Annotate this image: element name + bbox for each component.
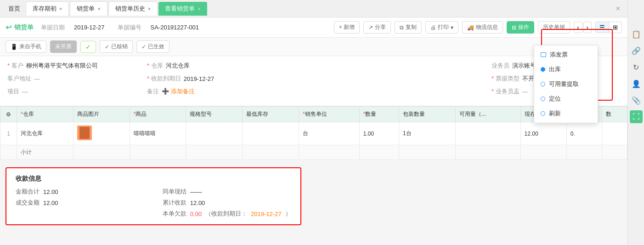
grid-view-button[interactable]: ⊞ <box>609 22 621 33</box>
print-button[interactable]: 🖨 打印 ▾ <box>425 21 458 34</box>
address-field: 客户地址 — <box>7 74 136 83</box>
sidebar-sync-icon[interactable]: ↻ <box>630 61 643 74</box>
history-button[interactable]: 历史单据 <box>538 21 570 34</box>
effective-icon: ✓ <box>141 44 146 50</box>
product-thumbnail <box>77 125 92 140</box>
refresh-icon <box>541 111 545 116</box>
product-col-header: *商品 <box>130 107 186 122</box>
prev-arrow[interactable]: ‹ <box>574 22 582 33</box>
add-invoice-icon <box>541 52 546 57</box>
min-stock-col-header: 最低库存 <box>243 107 299 122</box>
sales-order-icon: ↩ <box>6 23 11 32</box>
payment-section: 收款信息 金额合计 12.00 同单现结 —— 成交金额 12.00 累计收款 … <box>6 167 301 225</box>
pack-col-header: 包装数量 <box>399 107 456 122</box>
settings-col-header[interactable]: ⚙ <box>0 107 17 122</box>
doc-meta: 单据日期 2019-12-27 单据编号 SA-20191227-001 <box>41 23 199 32</box>
out-warehouse-item[interactable]: 出库 <box>534 62 598 77</box>
payment-deal-row: 成交金额 12.00 <box>16 199 144 207</box>
out-warehouse-icon <box>541 67 545 72</box>
table-row: 1 河北仓库 嘻嘻嘻嘻 台 1.00 1台 12.00 0. <box>0 122 627 145</box>
payment-date-field: * 收款到期日 2019-12-27 <box>147 74 276 83</box>
verify-icon: ✓ <box>105 44 109 50</box>
payment-title: 收款信息 <box>16 175 291 183</box>
spec-col-header: 规格型号 <box>186 107 243 122</box>
close-tab-sales-icon[interactable]: × <box>97 6 100 11</box>
not-open-button[interactable]: 未开票 <box>50 40 77 53</box>
doc-title: ↩ 销货单 <box>6 23 34 32</box>
sidebar-link-icon[interactable]: 🔗 <box>630 44 643 57</box>
row-min-stock <box>243 122 299 145</box>
tab-inventory[interactable]: 库存期初 × <box>26 1 69 16</box>
image-col-header: 商品图片 <box>73 107 130 122</box>
sidebar-user-icon[interactable]: 👤 <box>630 77 643 90</box>
close-tab-history-icon[interactable]: × <box>148 6 151 11</box>
check-mark-icon: ✓ <box>85 43 91 51</box>
doc-header: ↩ 销货单 单据日期 2019-12-27 单据编号 SA-20191227-0… <box>0 17 627 38</box>
logistics-button[interactable]: 🚚 物流信息 <box>462 21 503 34</box>
operate-dropdown: 添发票 出库 可用量提取 定位 刷新 <box>534 45 598 123</box>
verified-button[interactable]: ✓ 已核销 <box>100 40 133 53</box>
from-phone-button[interactable]: 📱 来自手机 <box>6 40 46 53</box>
amount-col-header: 数 <box>602 107 627 122</box>
tab-home[interactable]: 首页 <box>4 2 25 16</box>
copy-button[interactable]: ⧉ 复制 <box>395 21 422 34</box>
form-row-2: 客户地址 — * 收款到期日 2019-12-27 * 票据类型 不开票 <box>7 74 620 83</box>
operate-button[interactable]: ⊞ 操作 <box>507 21 534 34</box>
available-qty-icon <box>541 82 545 86</box>
payment-section-wrap: 收款信息 金额合计 12.00 同单现结 —— 成交金额 12.00 累计收款 … <box>0 160 627 233</box>
payment-same-order-row: 同单现结 —— <box>163 188 291 196</box>
customer-field: * 客户 柳州粤港平安气体有限公司 <box>7 62 136 70</box>
subtotal-label: 小计 <box>17 145 73 160</box>
nav-arrows: ‹ › <box>574 22 592 33</box>
row-price: 0. <box>566 122 602 145</box>
right-sidebar: 📋 🔗 ↻ 👤 📎 ⛶ <box>627 0 644 233</box>
close-tab-view-icon[interactable]: × <box>198 6 200 11</box>
row-warehouse: 河北仓库 <box>17 122 73 145</box>
subtotal-row: 小计 <box>0 145 627 160</box>
unit-col-header: *销售单位 <box>299 107 360 122</box>
row-product: 嘻嘻嘻嘻 <box>130 122 186 145</box>
payment-amount-row: 金额合计 12.00 <box>16 188 144 196</box>
row-available <box>455 122 520 145</box>
warehouse-field: * 仓库 河北仓库 <box>147 62 276 70</box>
share-icon: ↗ <box>368 24 373 31</box>
row-pack-qty: 1台 <box>399 122 456 145</box>
sidebar-expand-icon[interactable]: ⛶ <box>630 110 643 123</box>
list-view-button[interactable]: ☰ <box>596 22 609 33</box>
new-button[interactable]: + 新增 <box>334 21 360 34</box>
sidebar-attach-icon[interactable]: 📎 <box>630 94 643 107</box>
print-dropdown-icon: ▾ <box>451 24 453 31</box>
share-button[interactable]: ↗ 分享 <box>363 21 391 34</box>
locate-item[interactable]: 定位 <box>534 91 598 106</box>
payment-due-row: 本单欠款 0.00 （收款到期日： 2019-12-27 ） <box>163 210 291 218</box>
effective-button[interactable]: ✓ 已生效 <box>136 40 169 53</box>
view-toggle: ☰ ⊞ <box>595 22 622 33</box>
add-note-button[interactable]: ➕ 添加备注 <box>162 87 195 96</box>
refresh-item[interactable]: 刷新 <box>534 106 598 121</box>
add-invoice-item[interactable]: 添发票 <box>534 47 598 62</box>
check-icon-btn[interactable]: ✓ <box>80 41 96 53</box>
window-close-icon[interactable]: × <box>612 5 624 13</box>
doc-actions: + 新增 ↗ 分享 ⧉ 复制 🖨 打印 ▾ 🚚 物流信息 ⊞ 操作 <box>334 21 622 34</box>
available-qty-item[interactable]: 可用量提取 <box>534 77 598 91</box>
close-tab-inventory-icon[interactable]: × <box>59 6 62 11</box>
sidebar-notes-icon[interactable]: 📋 <box>630 28 643 40</box>
truck-icon: 🚚 <box>467 24 474 31</box>
payment-cumulative-row: 累计收款 12.00 <box>163 199 291 207</box>
project-field: 项目 — <box>7 87 136 96</box>
form-row-1: * 客户 柳州粤港平安气体有限公司 * 仓库 河北仓库 业务员 演示账号 <box>7 62 620 70</box>
tab-sales-history[interactable]: 销货单历史 × <box>108 1 158 16</box>
locate-icon <box>541 97 545 101</box>
warehouse-col-header: *仓库 <box>17 107 73 122</box>
tab-view-sales[interactable]: 查看销货单 × <box>158 2 207 16</box>
row-spec <box>186 122 243 145</box>
row-unit: 台 <box>299 122 360 145</box>
row-amount <box>602 122 627 145</box>
row-qty: 1.00 <box>359 122 399 145</box>
tab-bar: 首页 库存期初 × 销货单 × 销货单历史 × 查看销货单 × × <box>0 0 627 17</box>
tab-sales[interactable]: 销货单 × <box>70 1 107 16</box>
payment-grid: 金额合计 12.00 同单现结 —— 成交金额 12.00 累计收款 12.00 <box>16 188 291 218</box>
print-icon: 🖨 <box>430 24 436 31</box>
next-arrow[interactable]: › <box>583 22 592 33</box>
note-field: 备注 ➕ 添加备注 <box>147 87 276 96</box>
